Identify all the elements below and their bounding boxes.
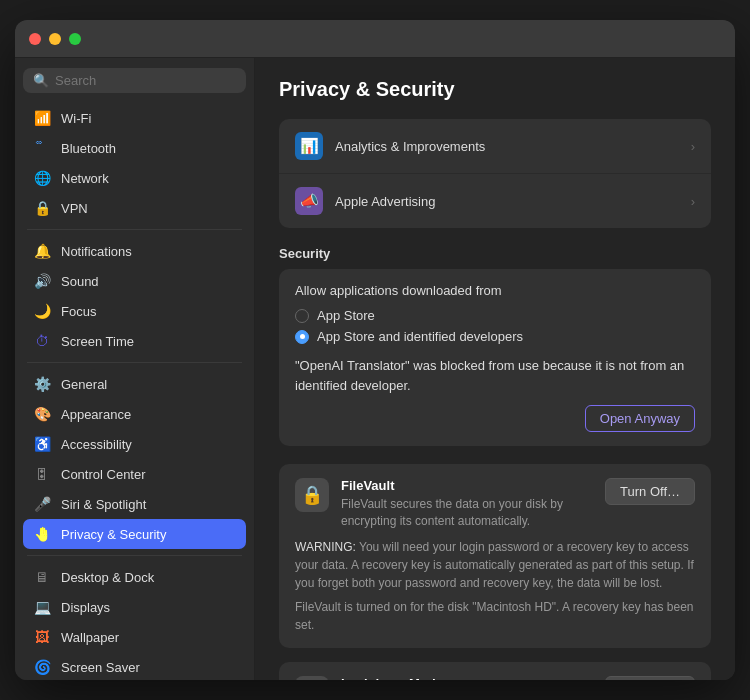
advertising-icon: 📣 <box>295 187 323 215</box>
sidebar-item-screen-time[interactable]: ⏱ Screen Time <box>23 326 246 356</box>
advertising-row[interactable]: 📣 Apple Advertising › <box>279 174 711 228</box>
sidebar-item-label: Bluetooth <box>61 141 116 156</box>
advertising-label: Apple Advertising <box>335 194 679 209</box>
network-icon: 🌐 <box>33 169 51 187</box>
lockdown-button-container: Turn On… <box>605 676 695 680</box>
sidebar-item-notifications[interactable]: 🔔 Notifications <box>23 236 246 266</box>
appearance-icon: 🎨 <box>33 405 51 423</box>
traffic-lights <box>29 33 81 45</box>
control-center-icon: 🎛 <box>33 465 51 483</box>
lockdown-info: Lockdown Mode Lockdown Mode is an extrem… <box>341 676 593 680</box>
filevault-warning: WARNING: You will need your login passwo… <box>295 538 695 592</box>
analytics-label: Analytics & Improvements <box>335 139 679 154</box>
sidebar-item-siri[interactable]: 🎤 Siri & Spotlight <box>23 489 246 519</box>
siri-icon: 🎤 <box>33 495 51 513</box>
minimize-button[interactable] <box>49 33 61 45</box>
displays-icon: 💻 <box>33 598 51 616</box>
filevault-info: FileVault FileVault secures the data on … <box>341 478 593 530</box>
sound-icon: 🔊 <box>33 272 51 290</box>
sidebar-item-general[interactable]: ⚙️ General <box>23 369 246 399</box>
sidebar-item-label: Screen Time <box>61 334 134 349</box>
sidebar-item-label: Siri & Spotlight <box>61 497 146 512</box>
sidebar-item-appearance[interactable]: 🎨 Appearance <box>23 399 246 429</box>
search-icon: 🔍 <box>33 73 49 88</box>
sidebar-divider-2 <box>27 362 242 363</box>
close-button[interactable] <box>29 33 41 45</box>
sidebar-item-vpn[interactable]: 🔒 VPN <box>23 193 246 223</box>
sidebar-item-focus[interactable]: 🌙 Focus <box>23 296 246 326</box>
search-input[interactable] <box>55 73 236 88</box>
wifi-icon: 📶 <box>33 109 51 127</box>
filevault-button-container: Turn Off… <box>605 478 695 505</box>
focus-icon: 🌙 <box>33 302 51 320</box>
settings-window: 🔍 📶 Wi-Fi ᪲ Bluetooth 🌐 Network 🔒 VPN <box>15 20 735 680</box>
sidebar-item-network[interactable]: 🌐 Network <box>23 163 246 193</box>
bluetooth-icon: ᪲ <box>33 139 51 157</box>
security-box: Allow applications downloaded from App S… <box>279 269 711 446</box>
sidebar-item-privacy[interactable]: 🤚 Privacy & Security <box>23 519 246 549</box>
analytics-icon: 📊 <box>295 132 323 160</box>
sidebar-item-label: Notifications <box>61 244 132 259</box>
sidebar-item-desktop[interactable]: 🖥 Desktop & Dock <box>23 562 246 592</box>
sidebar-item-label: Focus <box>61 304 96 319</box>
filevault-header: 🔒 FileVault FileVault secures the data o… <box>295 478 695 530</box>
panel-title: Privacy & Security <box>279 78 711 101</box>
sidebar-item-wifi[interactable]: 📶 Wi-Fi <box>23 103 246 133</box>
sidebar-item-label: Desktop & Dock <box>61 570 154 585</box>
screen-saver-icon: 🌀 <box>33 658 51 676</box>
security-warning-text: "OpenAI Translator" was blocked from use… <box>295 356 695 395</box>
sidebar-item-bluetooth[interactable]: ᪲ Bluetooth <box>23 133 246 163</box>
filevault-desc: FileVault secures the data on your disk … <box>341 496 593 530</box>
radio-app-store[interactable]: App Store <box>295 308 695 323</box>
sidebar-item-label: Displays <box>61 600 110 615</box>
lockdown-button[interactable]: Turn On… <box>605 676 695 680</box>
wallpaper-icon: 🖼 <box>33 628 51 646</box>
sidebar-item-label: General <box>61 377 107 392</box>
lockdown-title: Lockdown Mode <box>341 676 593 680</box>
radio-group: App Store App Store and identified devel… <box>295 308 695 344</box>
sidebar-item-label: Accessibility <box>61 437 132 452</box>
sidebar-item-label: Appearance <box>61 407 131 422</box>
privacy-icon: 🤚 <box>33 525 51 543</box>
sidebar-item-accessibility[interactable]: ♿ Accessibility <box>23 429 246 459</box>
general-icon: ⚙️ <box>33 375 51 393</box>
lockdown-header: 🤚 Lockdown Mode Lockdown Mode is an extr… <box>295 676 695 680</box>
radio-app-store-devs[interactable]: App Store and identified developers <box>295 329 695 344</box>
sidebar-item-label: Control Center <box>61 467 146 482</box>
title-bar <box>15 20 735 58</box>
analytics-chevron-icon: › <box>691 139 695 154</box>
security-section-title: Security <box>279 246 711 261</box>
sidebar-item-displays[interactable]: 💻 Displays <box>23 592 246 622</box>
radio-app-store-label: App Store <box>317 308 375 323</box>
vpn-icon: 🔒 <box>33 199 51 217</box>
open-anyway-button[interactable]: Open Anyway <box>585 405 695 432</box>
sidebar-item-label: Screen Saver <box>61 660 140 675</box>
filevault-button[interactable]: Turn Off… <box>605 478 695 505</box>
sidebar-item-label: Wallpaper <box>61 630 119 645</box>
sidebar-item-control-center[interactable]: 🎛 Control Center <box>23 459 246 489</box>
content-area: 🔍 📶 Wi-Fi ᪲ Bluetooth 🌐 Network 🔒 VPN <box>15 58 735 680</box>
radio-app-store-circle <box>295 309 309 323</box>
filevault-warning-label: WARNING: <box>295 540 356 554</box>
maximize-button[interactable] <box>69 33 81 45</box>
filevault-title: FileVault <box>341 478 593 493</box>
sidebar-item-screen-saver[interactable]: 🌀 Screen Saver <box>23 652 246 680</box>
sidebar-item-label: Network <box>61 171 109 186</box>
search-bar[interactable]: 🔍 <box>23 68 246 93</box>
filevault-row: 🔒 FileVault FileVault secures the data o… <box>279 464 711 648</box>
analytics-row[interactable]: 📊 Analytics & Improvements › <box>279 119 711 174</box>
filevault-disk-info: FileVault is turned on for the disk "Mac… <box>295 598 695 634</box>
main-panel: Privacy & Security 📊 Analytics & Improve… <box>255 58 735 680</box>
advertising-chevron-icon: › <box>691 194 695 209</box>
sidebar-item-sound[interactable]: 🔊 Sound <box>23 266 246 296</box>
privacy-list: 📊 Analytics & Improvements › 📣 Apple Adv… <box>279 119 711 228</box>
allow-apps-label: Allow applications downloaded from <box>295 283 695 298</box>
sidebar-item-label: VPN <box>61 201 88 216</box>
sidebar-item-label: Sound <box>61 274 99 289</box>
radio-app-store-devs-circle <box>295 330 309 344</box>
desktop-icon: 🖥 <box>33 568 51 586</box>
sidebar-divider-3 <box>27 555 242 556</box>
screen-time-icon: ⏱ <box>33 332 51 350</box>
sidebar-item-label: Wi-Fi <box>61 111 91 126</box>
sidebar-item-wallpaper[interactable]: 🖼 Wallpaper <box>23 622 246 652</box>
